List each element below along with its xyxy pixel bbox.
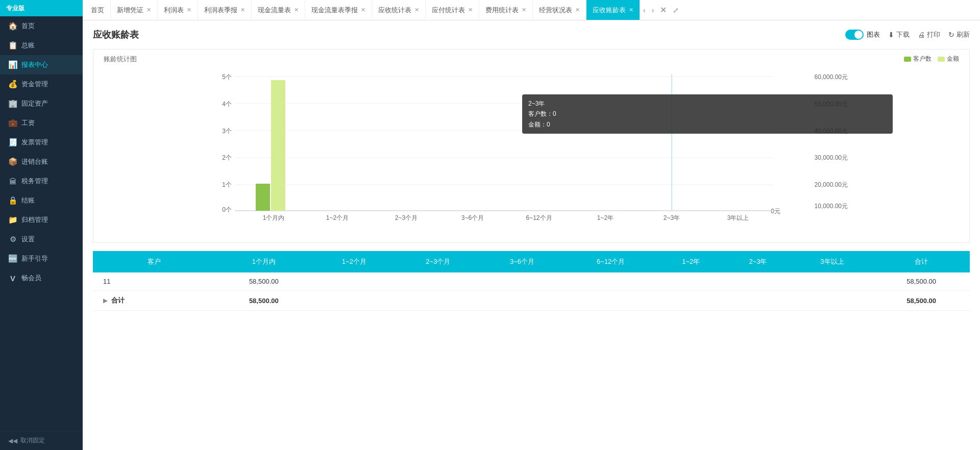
settings-icon: ⚙	[8, 235, 17, 244]
cell-m1-2	[312, 272, 397, 291]
invoice-icon: 🧾	[8, 138, 17, 147]
total-y2-3	[724, 291, 791, 311]
chart-legend: 客户数 金额	[904, 55, 959, 63]
member-icon: V	[8, 274, 17, 283]
col-m2-3: 2~3个月	[396, 251, 480, 272]
svg-text:3~6个月: 3~6个月	[461, 214, 484, 221]
tax-icon: 🏛	[8, 177, 17, 186]
tab-cashflow-quarterly[interactable]: 现金流量表季报 ✕	[305, 0, 372, 20]
tab-pq-close[interactable]: ✕	[240, 7, 245, 13]
col-m1-2: 1~2个月	[312, 251, 397, 272]
tab-cfq-close[interactable]: ✕	[361, 7, 365, 13]
tab-ar-stat[interactable]: 应收统计表 ✕	[372, 0, 426, 20]
tab-voucher[interactable]: 新增凭证 ✕	[111, 0, 158, 20]
col-m1: 1个月内	[215, 251, 312, 272]
legend-customers: 客户数	[904, 55, 932, 63]
tab-aps-close[interactable]: ✕	[468, 7, 473, 13]
salary-icon: 💼	[8, 118, 17, 128]
cell-m6-12	[564, 272, 657, 291]
sidebar-item-guide[interactable]: 🆕 新手引导	[0, 249, 83, 268]
tab-close-all-button[interactable]: ✕	[657, 3, 670, 17]
app-logo: 专业版	[0, 0, 83, 16]
svg-text:2~3个月: 2~3个月	[395, 214, 418, 221]
legend-amount: 金额	[938, 55, 959, 63]
tab-ars-label: 应收统计表	[378, 6, 411, 15]
refresh-button[interactable]: ↻ 刷新	[948, 30, 970, 39]
total-m1-2	[312, 291, 397, 311]
tab-profit[interactable]: 利润表 ✕	[158, 0, 198, 20]
tab-operation[interactable]: 经营状况表 ✕	[533, 0, 586, 20]
sidebar-item-tax[interactable]: 🏛 税务管理	[0, 171, 83, 191]
sidebar-item-invoice[interactable]: 🧾 发票管理	[0, 133, 83, 152]
tab-prev-button[interactable]: ‹	[640, 4, 649, 16]
tab-expand-button[interactable]: ⤢	[670, 4, 682, 16]
svg-text:50,000.00元: 50,000.00元	[815, 101, 848, 108]
chart-toggle[interactable]: 图表	[845, 30, 880, 40]
sidebar-item-settlement[interactable]: 🔒 结账	[0, 191, 83, 210]
sidebar-item-salary[interactable]: 💼 工资	[0, 113, 83, 133]
legend-amount-color	[938, 57, 945, 62]
sidebar-item-fund[interactable]: 💰 资金管理	[0, 74, 83, 94]
print-button[interactable]: 🖨 打印	[918, 30, 940, 39]
sidebar-item-label: 归档管理	[21, 215, 48, 224]
toggle-label: 图表	[867, 30, 880, 39]
svg-text:1~2个月: 1~2个月	[326, 214, 349, 221]
col-y2-3: 2~3年	[724, 251, 791, 272]
tab-ap-stat[interactable]: 应付统计表 ✕	[426, 0, 479, 20]
toolbar: 图表 ⬇ 下载 🖨 打印 ↻ 刷新	[845, 30, 970, 40]
svg-text:40,000.00元: 40,000.00元	[815, 128, 848, 135]
cell-y1-2	[657, 272, 724, 291]
tab-ars-close[interactable]: ✕	[414, 7, 419, 13]
col-y3plus: 3年以上	[792, 251, 873, 272]
total-text: 合计	[111, 296, 125, 304]
purchase-icon: 📦	[8, 157, 17, 166]
archive-icon: 📁	[8, 215, 17, 224]
cell-y3plus	[792, 272, 873, 291]
cell-m2-3	[396, 272, 480, 291]
total-total: 58,500.00	[873, 291, 970, 311]
total-m1: 58,500.00	[215, 291, 312, 311]
tab-home[interactable]: 首页	[85, 0, 111, 20]
sidebar-item-asset[interactable]: 🏢 固定资产	[0, 94, 83, 113]
svg-text:1个月内: 1个月内	[263, 214, 285, 221]
total-y1-2	[657, 291, 724, 311]
report-icon: 📊	[8, 60, 17, 69]
sidebar-pin-toggle[interactable]: ◀◀ 取消固定	[0, 431, 83, 450]
cell-total: 58,500.00	[873, 272, 970, 291]
tab-expense[interactable]: 费用统计表 ✕	[479, 0, 533, 20]
tab-op-label: 经营状况表	[539, 6, 572, 15]
asset-icon: 🏢	[8, 99, 17, 108]
tab-profit-label: 利润表	[164, 6, 184, 15]
refresh-icon: ↻	[948, 31, 954, 39]
sidebar-item-member[interactable]: V 畅会员	[0, 268, 83, 288]
sidebar-item-archive[interactable]: 📁 归档管理	[0, 210, 83, 230]
sidebar-item-purchase[interactable]: 📦 进销台账	[0, 152, 83, 171]
svg-text:0个: 0个	[222, 206, 232, 213]
table-row: 11 58,500.00 58,500.00	[93, 272, 970, 291]
tab-next-button[interactable]: ›	[649, 4, 657, 16]
tab-ara-close[interactable]: ✕	[629, 7, 633, 13]
svg-text:2个: 2个	[222, 154, 232, 161]
guide-icon: 🆕	[8, 254, 17, 263]
tab-ar-aging[interactable]: 应收账龄表 ✕	[586, 0, 640, 20]
tab-cf-close[interactable]: ✕	[294, 7, 299, 13]
fund-icon: 💰	[8, 80, 17, 89]
main-area: 首页 新增凭证 ✕ 利润表 ✕ 利润表季报 ✕ 现金流量表 ✕ 现金流量表季报 …	[83, 0, 980, 450]
bar-m1-amount	[271, 80, 285, 211]
tab-op-close[interactable]: ✕	[575, 7, 580, 13]
total-icon: ▶	[103, 297, 107, 304]
sidebar-item-settings[interactable]: ⚙ 设置	[0, 230, 83, 249]
download-button[interactable]: ⬇ 下载	[888, 30, 910, 39]
col-m3-6: 3~6个月	[480, 251, 565, 272]
legend-customers-color	[904, 57, 911, 62]
tab-exp-close[interactable]: ✕	[522, 7, 526, 13]
tab-cashflow[interactable]: 现金流量表 ✕	[252, 0, 305, 20]
sidebar-item-report[interactable]: 📊 报表中心	[0, 55, 83, 74]
tab-profit-close[interactable]: ✕	[187, 7, 191, 13]
sidebar-item-home[interactable]: 🏠 首页	[0, 16, 83, 36]
sidebar-item-ledger[interactable]: 📋 总账	[0, 36, 83, 55]
toggle-track[interactable]	[845, 30, 864, 40]
tab-voucher-close[interactable]: ✕	[146, 7, 151, 13]
tab-profit-quarterly[interactable]: 利润表季报 ✕	[198, 0, 252, 20]
chart-title: 账龄统计图	[104, 55, 959, 64]
